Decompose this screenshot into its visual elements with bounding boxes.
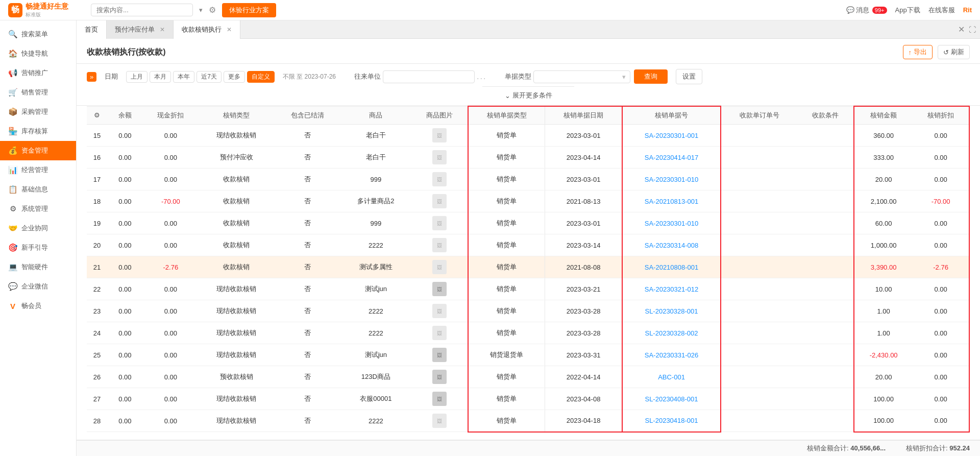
table-row[interactable]: 25 0.00 0.00 现结收款核销 否 测试jun 🖼 销货退货单 2023… <box>87 344 969 366</box>
settings-button[interactable]: 设置 <box>676 69 702 84</box>
col-header-gear[interactable]: ⚙ <box>87 106 107 125</box>
bill-verify-link[interactable]: SA-20230321-012 <box>645 285 699 293</box>
bill-verify-link[interactable]: SL-20230408-001 <box>645 395 698 403</box>
unit-dots[interactable]: ... <box>477 72 486 81</box>
table-row[interactable]: 28 0.00 0.00 现结收款核销 否 2222 🖼 销货单 2023-04… <box>87 410 969 432</box>
cell-bill-verify-no[interactable]: SA-20210813-001 <box>622 190 721 212</box>
tab-maximize-icon[interactable]: ⛶ <box>969 26 976 34</box>
date-btn-last-month[interactable]: 上月 <box>126 71 148 83</box>
cell-bill-verify-no[interactable]: SA-20230314-008 <box>622 234 721 256</box>
table-row[interactable]: 23 0.00 0.00 现结收款核销 否 2222 🖼 销货单 2023-03… <box>87 300 969 322</box>
sidebar-item-guide[interactable]: 🎯 新手引导 <box>0 238 76 257</box>
guide-icon: 🎯 <box>8 243 17 252</box>
industry-btn[interactable]: 休验行业方案 <box>222 3 276 17</box>
cell-bill-verify-no[interactable]: SL-20230328-001 <box>622 300 721 322</box>
tab-close-all-icon[interactable]: ✕ <box>958 25 965 34</box>
filter-expand-arrow[interactable]: » <box>87 72 96 82</box>
sidebar: 🔍 搜索菜单 🏠 快捷导航 📢 营销推广 🛒 销售管理 📦 采购管理 🏪 库存核… <box>0 20 77 456</box>
cell-goods: 123D商品 <box>340 366 411 388</box>
date-btn-more[interactable]: 更多 <box>224 71 245 83</box>
date-btn-this-year[interactable]: 本年 <box>173 71 194 83</box>
cell-bill-verify-no[interactable]: SA-20210808-001 <box>622 256 721 278</box>
query-button[interactable]: 查询 <box>634 69 668 84</box>
sidebar-item-collab[interactable]: 🤝 企业协同 <box>0 219 76 238</box>
cell-verify-amount: 3,390.00 <box>854 256 913 278</box>
table-row[interactable]: 20 0.00 0.00 收款核销 否 2222 🖼 销货单 2023-03-1… <box>87 234 969 256</box>
cell-bill-verify-no[interactable]: SA-20230301-001 <box>622 125 721 147</box>
table-row[interactable]: 18 0.00 -70.00 收款核销 否 多计量商品2 🖼 销货单 2021-… <box>87 190 969 212</box>
date-btn-7days[interactable]: 近7天 <box>197 71 222 83</box>
cell-bill-verify-no[interactable]: SL-20230418-001 <box>622 410 721 432</box>
app-download-link[interactable]: App下载 <box>895 6 920 15</box>
sidebar-item-search[interactable]: 🔍 搜索菜单 <box>0 25 76 44</box>
sidebar-item-inventory[interactable]: 🏪 库存核算 <box>0 122 76 141</box>
table-row[interactable]: 15 0.00 0.00 现结收款核销 否 老白干 🖼 销货单 2023-03-… <box>87 125 969 147</box>
table-row[interactable]: 17 0.00 0.00 收款核销 否 999 🖼 销货单 2023-03-01… <box>87 169 969 190</box>
tab-verify-close[interactable]: ✕ <box>227 26 232 33</box>
cell-bill-verify-no[interactable]: SL-20230408-001 <box>622 388 721 410</box>
sidebar-item-wechat[interactable]: 💬 企业微信 <box>0 277 76 296</box>
bill-verify-link[interactable]: SA-20230414-017 <box>645 154 699 161</box>
bill-verify-link[interactable]: SL-20230328-002 <box>645 329 698 337</box>
bill-verify-link[interactable]: SL-20230418-001 <box>645 417 698 424</box>
sidebar-item-marketing[interactable]: 📢 营销推广 <box>0 63 76 83</box>
table-row[interactable]: 27 0.00 0.00 现结收款核销 否 衣服00001 🖼 销货单 2023… <box>87 388 969 410</box>
sidebar-item-nav[interactable]: 🏠 快捷导航 <box>0 44 76 63</box>
export-button[interactable]: ↑ 导出 <box>903 45 933 59</box>
cell-bill-verify-no[interactable]: SA-20230301-010 <box>622 212 721 234</box>
bill-verify-link[interactable]: SA-20230301-010 <box>645 220 699 227</box>
bill-verify-link[interactable]: ABC-001 <box>658 373 685 381</box>
table-row[interactable]: 26 0.00 0.00 预收款核销 否 123D商品 🖼 销货单 2022-0… <box>87 366 969 388</box>
bill-verify-link[interactable]: SA-20230301-001 <box>645 132 699 139</box>
tab-prepay[interactable]: 预付冲应付单 ✕ <box>107 20 174 39</box>
sidebar-item-member[interactable]: V 畅会员 <box>0 296 76 316</box>
sidebar-item-sales[interactable]: 🛒 销售管理 <box>0 83 76 102</box>
tab-prepay-close[interactable]: ✕ <box>160 26 165 33</box>
bill-verify-link[interactable]: SA-20210813-001 <box>645 198 699 205</box>
date-btn-custom[interactable]: 自定义 <box>247 71 275 83</box>
cell-bill-verify-no[interactable]: SA-20230321-012 <box>622 278 721 300</box>
cell-bill-verify-no[interactable]: SA-20230331-026 <box>622 344 721 366</box>
table-row[interactable]: 16 0.00 0.00 预付冲应收 否 老白干 🖼 销货单 2023-04-1… <box>87 147 969 169</box>
table-row[interactable]: 19 0.00 0.00 收款核销 否 999 🖼 销货单 2023-03-01… <box>87 212 969 234</box>
refresh-button[interactable]: ↺ 刷新 <box>938 45 970 59</box>
col-header-goods: 商品 <box>340 106 411 125</box>
bill-verify-link[interactable]: SA-20230301-010 <box>645 176 699 183</box>
cell-bill-verify-type: 销货单 <box>468 366 545 388</box>
sidebar-item-basics[interactable]: 📋 基础信息 <box>0 180 76 199</box>
unit-input[interactable] <box>383 70 475 83</box>
col-header-goods-img: 商品图片 <box>411 106 468 125</box>
bill-verify-link[interactable]: SA-20230314-008 <box>645 242 699 249</box>
bill-type-input[interactable] <box>533 70 630 83</box>
cell-bill-verify-no[interactable]: ABC-001 <box>622 366 721 388</box>
cell-bill-verify-no[interactable]: SA-20230414-017 <box>622 147 721 169</box>
table-row[interactable]: 24 0.00 0.00 现结收款核销 否 2222 🖼 销货单 2023-03… <box>87 322 969 344</box>
sidebar-item-system[interactable]: ⚙ 系统管理 <box>0 199 76 219</box>
expand-icon: ⌄ <box>505 92 510 100</box>
tab-home[interactable]: 首页 <box>77 20 107 39</box>
date-btn-this-month[interactable]: 本月 <box>150 71 171 83</box>
user-name[interactable]: Rit <box>963 6 972 14</box>
cell-verify-amount: 20.00 <box>854 366 913 388</box>
tab-verify[interactable]: 收款核销执行 ✕ <box>174 20 240 39</box>
sidebar-item-purchase[interactable]: 📦 采购管理 <box>0 102 76 122</box>
gear-icon[interactable]: ⚙ <box>209 5 216 15</box>
cell-bill-verify-no[interactable]: SA-20230301-010 <box>622 169 721 190</box>
message-icon[interactable]: 💬 消息 99+ <box>846 6 887 15</box>
table-row[interactable]: 21 0.00 -2.76 收款核销 否 测试多属性 🖼 销货单 2021-08… <box>87 256 969 278</box>
bill-verify-link[interactable]: SL-20230328-001 <box>645 307 698 315</box>
sidebar-item-finance[interactable]: 💰 资金管理 <box>0 141 76 160</box>
table-container[interactable]: ⚙ 余额 现金折扣 核销类型 包含已结清 商品 商品图片 核销单据类型 核销单据… <box>77 106 980 440</box>
top-search-input[interactable] <box>91 4 193 16</box>
cell-verify-type: 现结收款核销 <box>199 125 275 147</box>
expand-conditions-btn[interactable]: ⌄ 展开更多条件 <box>482 86 574 100</box>
cell-recv-condition <box>797 388 854 410</box>
cell-goods: 测试多属性 <box>340 256 411 278</box>
sidebar-item-operations[interactable]: 📊 经营管理 <box>0 160 76 180</box>
cell-bill-verify-no[interactable]: SL-20230328-002 <box>622 322 721 344</box>
sidebar-item-hardware[interactable]: 💻 智能硬件 <box>0 257 76 277</box>
online-service-link[interactable]: 在线客服 <box>928 6 955 15</box>
bill-verify-link[interactable]: SA-20210808-001 <box>645 263 699 271</box>
bill-verify-link[interactable]: SA-20230331-026 <box>645 351 699 359</box>
table-row[interactable]: 22 0.00 0.00 现结收款核销 否 测试jun 🖼 销货单 2023-0… <box>87 278 969 300</box>
